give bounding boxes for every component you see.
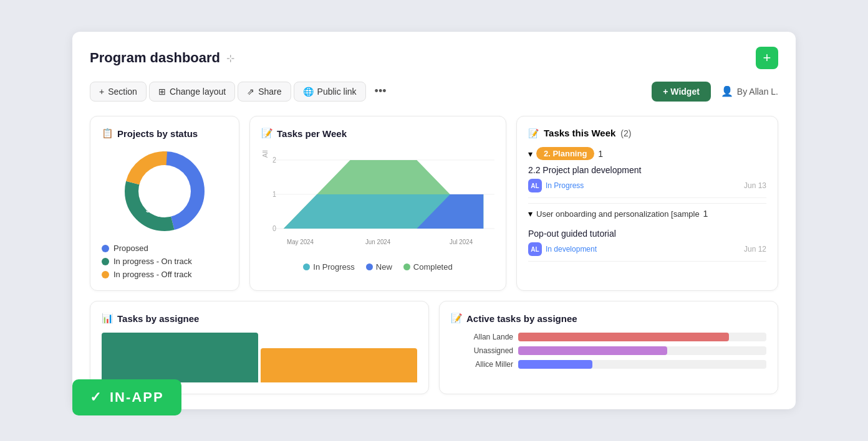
- chevron-down-icon: [528, 149, 533, 159]
- svg-text:21%: 21%: [145, 173, 160, 182]
- bar-fill-1: [518, 346, 667, 355]
- tasks-per-week-card: 📝 Tasks per Week All 2 1 0: [249, 116, 506, 291]
- tasks-this-week-header: 📝 Tasks this Week (2): [528, 128, 766, 138]
- task-meta-2: AL In development Jun 12: [528, 242, 766, 256]
- in-app-badge: ✓ IN-APP: [72, 379, 181, 415]
- svg-text:46%: 46%: [172, 174, 187, 183]
- svg-text:2: 2: [272, 156, 276, 164]
- bar-row-0: Allan Lande: [451, 333, 766, 341]
- public-link-label: Public link: [317, 87, 357, 97]
- projects-card-title: 📋 Projects by status: [102, 128, 228, 139]
- active-tasks-by-assignee-card: 📝 Active tasks by assignee Allan Lande U…: [439, 301, 778, 394]
- svg-text:1: 1: [272, 190, 276, 198]
- projects-title-icon: 📋: [102, 128, 113, 139]
- chart-legend-row: In Progress New Completed: [261, 262, 494, 272]
- widget-button[interactable]: + Widget: [652, 82, 711, 102]
- legend-completed: Completed: [403, 262, 453, 272]
- page-title: Program dashboard: [90, 50, 220, 66]
- off-track-dot: [102, 271, 109, 278]
- svg-text:Jun 2024: Jun 2024: [365, 238, 390, 245]
- onboarding-section: User onboarding and personalization [sam…: [528, 209, 766, 262]
- bar-row-1: Unassigned: [451, 346, 766, 355]
- check-icon: ✓: [90, 389, 102, 405]
- bottom-left-icon: 📊: [102, 313, 113, 324]
- layout-icon: ⊞: [158, 87, 166, 97]
- cards-row: 📋 Projects by status 46% 33%: [90, 116, 778, 291]
- chevron-down-icon-2: [528, 209, 533, 219]
- bottom-right-title: 📝 Active tasks by assignee: [451, 313, 766, 324]
- on-track-dot: [102, 258, 109, 265]
- bottom-row: 📊 Tasks by assignee 📝 Active tasks by as…: [90, 301, 778, 394]
- public-link-button[interactable]: 🌐 Public link: [294, 82, 366, 102]
- more-button[interactable]: •••: [369, 80, 393, 102]
- share-button[interactable]: ⇗ Share: [238, 82, 291, 102]
- add-button[interactable]: +: [756, 47, 778, 69]
- completed-dot: [403, 263, 410, 270]
- plus-icon: +: [99, 87, 104, 97]
- bar-track-1: [518, 346, 766, 355]
- legend-off-track: In progress - Off track: [102, 270, 228, 279]
- svg-text:May 2024: May 2024: [287, 238, 314, 245]
- in-progress-dot: [303, 263, 310, 270]
- section-divider: [528, 203, 766, 204]
- legend-on-track: In progress - On track: [102, 257, 228, 266]
- svg-text:0: 0: [272, 224, 276, 232]
- avatar-badge: AL In Progress: [528, 179, 584, 192]
- task-item: 2.2 Project plan development AL In Progr…: [528, 160, 766, 198]
- planning-toggle[interactable]: 2. Planning 1: [528, 147, 766, 160]
- section-button[interactable]: + Section: [90, 82, 147, 102]
- pin-icon[interactable]: ⊹: [226, 52, 234, 64]
- bottom-right-icon: 📝: [451, 313, 463, 324]
- chart-legend: Proposed In progress - On track In progr…: [102, 244, 228, 279]
- by-user-label: By Allan L.: [737, 87, 778, 97]
- svg-text:Jul 2024: Jul 2024: [450, 238, 473, 245]
- planning-section: 2. Planning 1 2.2 Project plan developme…: [528, 147, 766, 198]
- y-all-label: All: [261, 150, 269, 158]
- donut-chart: 46% 33% 21%: [102, 148, 228, 235]
- assignee-bar-group: Allan Lande Unassigned Allice Miller: [451, 333, 766, 369]
- bar-track-2: [518, 360, 766, 369]
- more-icon: •••: [375, 85, 387, 98]
- legend-proposed: Proposed: [102, 244, 228, 253]
- bar-row-2: Allice Miller: [451, 360, 766, 369]
- legend-new: New: [366, 262, 392, 272]
- bar-orange: [261, 348, 417, 382]
- new-dot: [366, 263, 373, 270]
- bar-track-0: [518, 333, 766, 341]
- svg-text:33%: 33%: [146, 206, 161, 214]
- avatar-badge-2: AL In development: [528, 242, 597, 256]
- tasks-this-week-icon: 📝: [528, 128, 539, 138]
- tasks-week-icon: 📝: [261, 128, 273, 139]
- section-label: Section: [108, 87, 137, 97]
- header: Program dashboard ⊹ +: [90, 47, 778, 69]
- bottom-left-title: 📊 Tasks by assignee: [102, 313, 417, 324]
- tasks-week-title: 📝 Tasks per Week: [261, 128, 494, 139]
- tasks-this-week-card: 📝 Tasks this Week (2) 2. Planning 1 2.2 …: [516, 116, 778, 291]
- by-user: 👤 By Allan L.: [721, 85, 778, 97]
- legend-in-progress: In Progress: [303, 262, 354, 272]
- bar-fill-2: [518, 360, 592, 369]
- change-layout-button[interactable]: ⊞ Change layout: [149, 82, 235, 102]
- share-icon: ⇗: [247, 87, 254, 97]
- bar-teal: [102, 333, 258, 382]
- projects-by-status-card: 📋 Projects by status 46% 33%: [90, 116, 239, 291]
- avatar-2: AL: [528, 242, 542, 256]
- task-item-2: Pop-out guided tutorial AL In developmen…: [528, 224, 766, 262]
- share-label: Share: [258, 87, 281, 97]
- globe-icon: 🌐: [303, 87, 314, 97]
- onboarding-toggle[interactable]: User onboarding and personalization [sam…: [528, 209, 766, 219]
- toolbar: + Section ⊞ Change layout ⇗ Share 🌐 Publ…: [90, 80, 778, 102]
- bar-fill-0: [518, 333, 729, 341]
- task-meta: AL In Progress Jun 13: [528, 179, 766, 192]
- user-icon: 👤: [721, 85, 733, 97]
- change-layout-label: Change layout: [170, 87, 226, 97]
- proposed-dot: [102, 245, 109, 252]
- avatar: AL: [528, 179, 542, 192]
